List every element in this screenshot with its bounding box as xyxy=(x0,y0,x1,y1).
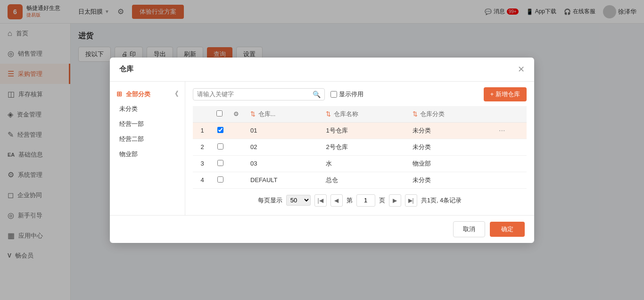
col-name-header: ⇅ 仓库名称 xyxy=(321,106,407,123)
dialog: 仓库 ✕ ⊞ 全部分类 《 未分类 经营一部 经营二部 物业部 xyxy=(110,58,534,243)
cell-code: DEFAULT xyxy=(246,172,321,188)
cell-name: 水 xyxy=(321,155,407,172)
prev-page-btn[interactable]: ◀ xyxy=(330,194,343,207)
cancel-btn[interactable]: 取消 xyxy=(453,221,485,237)
col-category-header: ⇅ 仓库分类 xyxy=(408,106,494,123)
overlay: 仓库 ✕ ⊞ 全部分类 《 未分类 经营一部 经营二部 物业部 xyxy=(0,0,644,300)
dialog-footer: 取消 确定 xyxy=(110,215,534,243)
cell-gear xyxy=(229,139,246,155)
cell-name: 1号仓库 xyxy=(321,122,407,139)
cell-gear xyxy=(229,122,246,139)
dialog-title: 仓库 xyxy=(119,65,133,74)
pagination: 每页显示 50 20 100 |◀ ◀ 第 页 ▶ ▶| 共1页, 4条记录 xyxy=(193,189,527,209)
table-gear-icon[interactable]: ⚙ xyxy=(233,110,239,117)
search-icon: 🔍 xyxy=(313,91,321,98)
table-toolbar: 🔍 显示停用 + 新增仓库 xyxy=(193,87,527,101)
cell-check[interactable] xyxy=(212,139,229,155)
dialog-close-btn[interactable]: ✕ xyxy=(518,64,525,75)
cell-check[interactable] xyxy=(212,155,229,172)
show-disabled-checkbox[interactable] xyxy=(330,91,337,98)
col-index xyxy=(193,106,212,123)
cell-category: 未分类 xyxy=(408,139,494,155)
table-container: ⚙ ⇅ 仓库... ⇅ 仓库名称 xyxy=(193,106,527,189)
category-panel: ⊞ 全部分类 《 未分类 经营一部 经营二部 物业部 xyxy=(110,82,185,215)
cell-index: 3 xyxy=(193,155,212,172)
cell-category: 物业部 xyxy=(408,155,494,172)
dialog-header: 仓库 ✕ xyxy=(110,58,534,82)
show-disabled-toggle[interactable]: 显示停用 xyxy=(330,90,363,99)
search-box: 🔍 xyxy=(193,88,325,100)
table-row[interactable]: 1 01 1号仓库 未分类 ··· xyxy=(193,122,527,139)
cell-actions xyxy=(494,155,527,172)
cat-item-dept1[interactable]: 经营一部 xyxy=(110,117,185,132)
table-row[interactable]: 3 03 水 物业部 xyxy=(193,155,527,172)
cell-index: 2 xyxy=(193,139,212,155)
cell-code: 02 xyxy=(246,139,321,155)
sort-icon: ⇅ xyxy=(250,110,256,117)
sort-icon2: ⇅ xyxy=(326,110,331,117)
cell-gear xyxy=(229,155,246,172)
sort-icon3: ⇅ xyxy=(413,110,418,117)
grid-icon: ⊞ xyxy=(116,90,122,98)
select-all-checkbox[interactable] xyxy=(216,110,223,117)
search-input[interactable] xyxy=(197,91,310,98)
collapse-icon[interactable]: 《 xyxy=(172,90,178,99)
table-row[interactable]: 2 02 2号仓库 未分类 xyxy=(193,139,527,155)
cat-item-property[interactable]: 物业部 xyxy=(110,147,185,162)
cell-index: 4 xyxy=(193,172,212,188)
cell-category: 未分类 xyxy=(408,122,494,139)
cat-item-dept2[interactable]: 经营二部 xyxy=(110,132,185,147)
cell-gear xyxy=(229,172,246,188)
cell-category: 未分类 xyxy=(408,172,494,188)
per-page-select[interactable]: 50 20 100 xyxy=(286,195,311,206)
warehouse-table: ⚙ ⇅ 仓库... ⇅ 仓库名称 xyxy=(193,106,527,189)
page-number-input[interactable] xyxy=(356,194,375,207)
last-page-btn[interactable]: ▶| xyxy=(405,194,417,207)
first-page-btn[interactable]: |◀ xyxy=(314,194,327,207)
cell-name: 总仓 xyxy=(321,172,407,188)
cell-check[interactable] xyxy=(212,172,229,188)
cat-all-header[interactable]: ⊞ 全部分类 《 xyxy=(110,87,185,101)
cell-code: 03 xyxy=(246,155,321,172)
cat-item-uncategorized[interactable]: 未分类 xyxy=(110,101,185,117)
table-row[interactable]: 4 DEFAULT 总仓 未分类 xyxy=(193,172,527,188)
col-check xyxy=(212,106,229,123)
row-actions-btn[interactable]: ··· xyxy=(499,126,505,134)
dialog-body: ⊞ 全部分类 《 未分类 经营一部 经营二部 物业部 🔍 xyxy=(110,82,534,215)
cell-actions xyxy=(494,172,527,188)
confirm-btn[interactable]: 确定 xyxy=(490,222,525,237)
cell-check[interactable] xyxy=(212,122,229,139)
next-page-btn[interactable]: ▶ xyxy=(389,194,401,207)
add-warehouse-btn[interactable]: + 新增仓库 xyxy=(484,87,527,101)
cell-name: 2号仓库 xyxy=(321,139,407,155)
col-gear: ⚙ xyxy=(229,106,246,123)
cell-index: 1 xyxy=(193,122,212,139)
col-actions-header xyxy=(494,106,527,123)
col-code-header: ⇅ 仓库... xyxy=(246,106,321,123)
cell-code: 01 xyxy=(246,122,321,139)
table-panel: 🔍 显示停用 + 新增仓库 xyxy=(185,82,534,215)
table-header-row: ⚙ ⇅ 仓库... ⇅ 仓库名称 xyxy=(193,106,527,123)
cell-actions xyxy=(494,139,527,155)
cell-actions: ··· xyxy=(494,122,527,139)
